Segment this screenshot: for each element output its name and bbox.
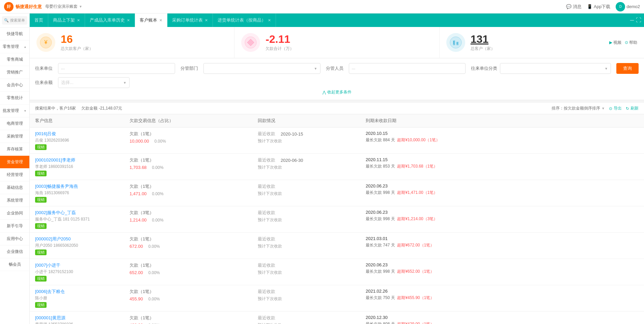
sidebar: 🔍 搜索菜单 快捷导航 零售管理 ▲ 零售商城 营销推广 会员中心 零售统计 (0, 13, 30, 324)
tab-minimize-icon[interactable]: ─ (630, 17, 634, 23)
overdue-amount-link[interactable]: 超期¥10,000.00（1笔） (397, 138, 440, 142)
filter-person-input[interactable]: ··· (349, 63, 466, 74)
tab-product-online[interactable]: 商品上下架 ✕ (48, 13, 85, 27)
next-payment-label: 预计下次收款 (258, 165, 282, 170)
sidebar-item-retail-mgmt[interactable]: 零售管理 ▲ (0, 40, 29, 53)
company-selector[interactable]: 母婴行业演示账套 ▼ (45, 4, 82, 9)
next-payment-label: 预计下次收款 (258, 270, 282, 275)
table-row: [0016]吕俊 吕俊 13026203696 现销 欠款（1笔） 10,000… (30, 127, 644, 154)
debt-amount[interactable]: 455.90 (130, 296, 143, 301)
debt-amount[interactable]: 652.00 (130, 270, 143, 275)
sidebar-item-enterprise-wechat[interactable]: 企业微信 (0, 245, 29, 258)
filter-category-select[interactable]: ▼ (500, 63, 611, 74)
customer-name-link[interactable]: [0003]畅捷服务尹海燕 (35, 183, 119, 189)
svg-rect-7 (453, 41, 454, 42)
customer-name-link[interactable]: [0016]吕俊 (35, 131, 119, 137)
debt-amount[interactable]: 1,471.00 (130, 191, 147, 196)
customer-name-link[interactable]: [0002]服务中心_丁磊 (35, 210, 119, 216)
right-panel: 首页 商品上下架 ✕ 产成品入库单历史 ✕ 客户账本 ✕ 采购订单统计表 ✕ (30, 13, 644, 324)
export-btn[interactable]: ⊙ 导出 (609, 106, 622, 111)
refresh-btn[interactable]: ↻ 刷新 (626, 106, 639, 111)
payment-status-cell: 最近收款 2020-06-30 预计下次收款 (252, 154, 360, 180)
tab-customer-account-close[interactable]: ✕ (159, 18, 162, 23)
sidebar-item-retail-mall[interactable]: 零售商城 (0, 53, 29, 66)
chevron-down-icon: ▼ (314, 67, 317, 70)
tab-product-online-close[interactable]: ✕ (77, 18, 80, 23)
tab-home[interactable]: 首页 (30, 13, 48, 27)
chevron-down-icon: ▼ (24, 109, 27, 113)
sidebar-item-member-center[interactable]: 会员中心 (0, 79, 29, 92)
sidebar-item-operations[interactable]: 经营管理 (0, 169, 29, 181)
tab-expand-icon[interactable]: ⛶ (636, 17, 641, 23)
app-download-btn[interactable]: 📱 App下载 (587, 4, 610, 10)
sidebar-item-enterprise-collab[interactable]: 企业协同 (0, 207, 29, 220)
customer-name-link[interactable]: [000002]用户2050 (35, 236, 119, 242)
tab-customer-account[interactable]: 客户账本 ✕ (135, 13, 167, 27)
customer-name-link[interactable]: [0006]去下粮仓 (35, 289, 119, 295)
overdue-amount-link[interactable]: 超期¥1,703.68（1笔） (397, 164, 438, 169)
sidebar-item-finance[interactable]: 资金管理 (0, 156, 29, 169)
sidebar-item-quick-nav[interactable]: 快捷导航 (0, 28, 29, 40)
app-download-label: App下载 (594, 4, 610, 10)
sidebar-item-retail-stats[interactable]: 零售统计 (0, 92, 29, 105)
overdue-amount-link[interactable]: 超期¥1,214.00（3笔） (397, 216, 438, 221)
sidebar-item-ecommerce[interactable]: 电商管理 (0, 117, 29, 130)
overdue-amount-link[interactable]: 超期¥429.00（1笔） (397, 322, 434, 324)
sidebar-item-app-center[interactable]: 应用中心 (0, 233, 29, 245)
sidebar-item-label: 企业协同 (7, 211, 23, 215)
filter-person: 分管人员 ··· (326, 63, 466, 74)
overdue-amount-link[interactable]: 超期¥1,471.00（1笔） (397, 190, 438, 195)
debt-amount[interactable]: 429.00 (130, 323, 143, 324)
tab-product-history-close[interactable]: ✕ (127, 18, 130, 23)
sidebar-item-purchase[interactable]: 采购管理 (0, 130, 29, 143)
result-bar-right: 排序：按欠款金额倒序排序 ▼ ⊙ 导出 ↻ 刷新 (552, 106, 639, 111)
last-payment-label: 最近收款 (258, 157, 275, 163)
debt-amount[interactable]: 672.00 (130, 244, 143, 249)
search-button[interactable]: 查询 (616, 63, 639, 74)
help-label: 帮助 (629, 40, 637, 46)
last-payment-date: 2020-10-15 (281, 131, 303, 137)
due-date: 2021.02.26 (366, 289, 639, 294)
filter-unit-input[interactable]: ··· (58, 63, 175, 74)
filter-balance-select[interactable]: 选择... ▼ (58, 77, 130, 88)
user-profile[interactable]: D demo2 (616, 2, 640, 11)
tab-purchase-order[interactable]: 采购订单统计表 ✕ (167, 13, 213, 27)
debt-amount[interactable]: 1,214.00 (130, 217, 147, 223)
overdue-amount-link[interactable]: 超期¥672.00（1笔） (397, 243, 434, 247)
tab-purchase-stats[interactable]: 进货单统计表（按商品） ✕ (213, 13, 276, 27)
message-btn[interactable]: 💬 消息 (566, 4, 582, 10)
payment-status-cell: 最近收款 预计下次收款 (252, 259, 360, 285)
sidebar-item-wholesale-mgmt[interactable]: 批发管理 ▼ (0, 105, 29, 117)
customer-name-link[interactable]: [000001]黄思源 (35, 315, 119, 321)
filter-collapse-btn[interactable]: ⋀ 收起更多条件 (35, 89, 639, 95)
sort-selector[interactable]: 排序：按欠款金额倒序排序 ▼ (552, 106, 605, 111)
tab-product-history[interactable]: 产成品入库单历史 ✕ (85, 13, 135, 27)
help-btn[interactable]: ⊙ 帮助 (625, 40, 637, 46)
sidebar-item-system-mgmt[interactable]: 系统管理 (0, 194, 29, 207)
sidebar-item-inventory[interactable]: 库存核算 (0, 143, 29, 156)
sidebar-item-marketing[interactable]: 营销推广 (0, 66, 29, 79)
customer-name-link[interactable]: [0007]小进干 (35, 262, 119, 268)
overdue-amount-link[interactable]: 超期¥455.90（1笔） (397, 295, 434, 300)
table-container: 客户信息 欠款交易信息（占比） 回款情况 到期未收款日期 [0016]吕俊 吕俊… (30, 114, 644, 324)
tab-bar-actions: ─ ⛶ (627, 17, 644, 23)
overdue-amount-link[interactable]: 超期¥652.00（1笔） (397, 269, 434, 274)
sidebar-search-btn[interactable]: 🔍 搜索菜单 (2, 16, 27, 25)
debt-count: 欠款（1笔） (130, 131, 247, 137)
sidebar-item-new-guide[interactable]: 新手引导 (0, 220, 29, 233)
debt-count: 欠款（1笔） (130, 262, 247, 268)
video-btn[interactable]: ▶ 视频 (609, 40, 621, 46)
sidebar-item-vip-member[interactable]: 畅会员 (0, 258, 29, 271)
debt-amount[interactable]: 10,000.00 (130, 139, 149, 144)
tab-purchase-stats-close[interactable]: ✕ (268, 18, 271, 23)
customer-info-cell: [0006]去下粮仓 陈小册 现销 (30, 285, 124, 312)
filter-dept-select[interactable]: ▼ (203, 63, 320, 74)
debt-count: 欠款（1笔） (130, 289, 247, 295)
due-date-cell: 2020.06.23 最长欠款 998 天 超期¥1,471.00（1笔） (360, 180, 644, 206)
customer-name-link[interactable]: [0001020001]李老师 (35, 157, 119, 163)
sidebar-item-basic-info[interactable]: 基础信息 (0, 181, 29, 194)
debt-amount[interactable]: 1,703.68 (130, 165, 147, 170)
svg-text:¥: ¥ (44, 39, 48, 45)
card-info-total-customers: 131 总客户（家） (471, 34, 604, 52)
tab-purchase-order-close[interactable]: ✕ (205, 18, 208, 23)
